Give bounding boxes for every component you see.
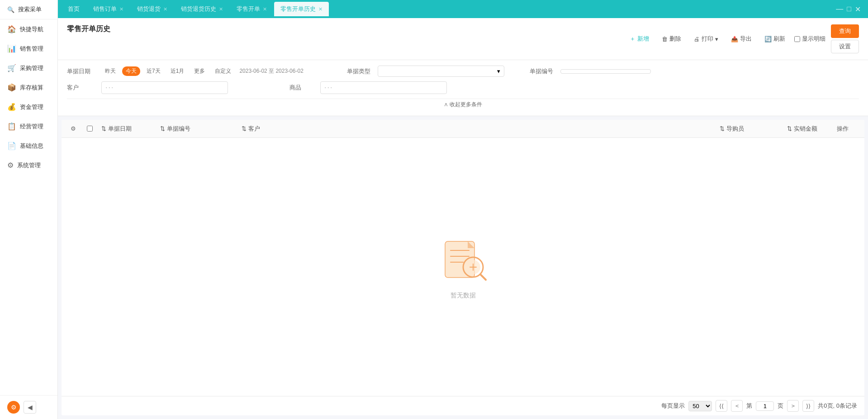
tab-home[interactable]: 首页 <box>62 2 86 16</box>
settings-btn[interactable]: 设置 <box>831 40 859 53</box>
delete-button[interactable]: 🗑 删除 <box>658 33 685 45</box>
export-button[interactable]: 📤 导出 <box>727 33 755 45</box>
money-icon: 💰 <box>7 103 16 111</box>
print-button[interactable]: 🖨 打印 ▾ <box>690 33 722 45</box>
th-num-sort-icon: ⇅ <box>160 125 165 132</box>
close-button[interactable]: ✕ <box>855 5 861 14</box>
th-number[interactable]: ⇅ 单据编号 <box>157 125 238 133</box>
tab-retail-history-label: 零售开单历史 <box>280 5 316 13</box>
add-icon: ＋ <box>630 35 636 43</box>
gear-bottom-icon: ⚙ <box>11 404 17 411</box>
add-label: 新增 <box>637 35 649 43</box>
sidebar-item-finance[interactable]: 💰 资金管理 <box>0 97 57 117</box>
sidebar-item-basic-info[interactable]: 📄 基础信息 <box>0 136 57 155</box>
tab-return-history[interactable]: 销货退货历史 ✕ <box>175 2 229 16</box>
filter-row-2: 客户 ··· 商品 ··· <box>67 81 859 94</box>
print-dropdown-icon: ▾ <box>715 36 718 42</box>
product-filter-label: 商品 <box>289 84 317 92</box>
date-shortcuts: 昨天 今天 近7天 近1月 更多 自定义 2023-06-02 至 2023-0… <box>101 66 304 76</box>
sidebar-item-label: 资金管理 <box>20 103 43 111</box>
sidebar-search[interactable]: 🔍 搜索采单 <box>0 0 57 19</box>
th-guide[interactable]: ⇅ 导购员 <box>716 125 770 133</box>
sidebar-item-purchase-mgmt[interactable]: 🛒 采购管理 <box>0 58 57 78</box>
print-label: 打印 <box>702 35 713 43</box>
sidebar-item-inventory[interactable]: 📦 库存核算 <box>0 78 57 97</box>
last-page-button[interactable]: ⟩⟩ <box>802 400 814 412</box>
date-today[interactable]: 今天 <box>122 66 140 76</box>
select-all-input[interactable] <box>87 126 93 132</box>
content-area: 零售开单历史 ＋ 新增 🗑 删除 🖨 打印 ▾ 📤 导出 <box>58 18 868 419</box>
display-detail-label: 显示明细 <box>802 35 825 43</box>
collapse-more-button[interactable]: ∧ 收起更多条件 <box>67 99 859 110</box>
sidebar: 🔍 搜索采单 🏠 快捷导航 📊 销售管理 🛒 采购管理 📦 库存核算 💰 资金管… <box>0 0 58 419</box>
query-button[interactable]: 查询 <box>831 24 859 38</box>
collapse-icon: ◀ <box>28 404 33 411</box>
next-page-button[interactable]: ＞ <box>787 400 799 412</box>
export-icon: 📤 <box>731 36 738 42</box>
svg-line-7 <box>480 274 486 280</box>
tab-return-history-close[interactable]: ✕ <box>219 6 223 12</box>
refresh-button[interactable]: 🔄 刷新 <box>761 33 789 45</box>
sidebar-item-label: 库存核算 <box>20 84 43 92</box>
sidebar-item-label: 基础信息 <box>20 142 43 150</box>
date-yesterday[interactable]: 昨天 <box>101 66 119 76</box>
first-page-button[interactable]: ⟨⟨ <box>716 400 727 412</box>
maximize-button[interactable]: □ <box>847 5 851 13</box>
tab-retail-open[interactable]: 零售开单 ✕ <box>230 2 273 16</box>
sidebar-collapse-button[interactable]: ◀ <box>24 401 36 414</box>
empty-state: 暂无数据 <box>62 138 864 396</box>
th-action-label: 操作 <box>837 125 849 133</box>
chart-icon: 📊 <box>7 44 16 53</box>
doc-type-label: 单据类型 <box>347 67 374 75</box>
refresh-label: 刷新 <box>773 35 785 43</box>
column-settings-icon[interactable]: ⚙ <box>65 125 81 132</box>
add-button[interactable]: ＋ 新增 <box>626 33 653 45</box>
th-date[interactable]: ⇅ 单据日期 <box>98 125 157 133</box>
minimize-button[interactable]: — <box>836 5 843 13</box>
date-custom[interactable]: 自定义 <box>211 66 235 76</box>
sidebar-item-sales-mgmt[interactable]: 📊 销售管理 <box>0 39 57 58</box>
doc-num-input[interactable] <box>560 69 651 74</box>
tab-sales-order-close[interactable]: ✕ <box>119 6 123 12</box>
tab-sales-return-label: 销货退货 <box>137 5 161 13</box>
sidebar-bottom: ⚙ ◀ <box>0 395 57 419</box>
doc-type-select[interactable]: ▾ <box>378 66 504 77</box>
product-input[interactable]: ··· <box>320 81 447 94</box>
settings-button[interactable]: ⚙ <box>7 401 20 414</box>
clipboard-icon: 📋 <box>7 122 16 131</box>
home-icon: 🏠 <box>7 25 16 33</box>
customer-input[interactable]: ··· <box>101 81 228 94</box>
sidebar-item-ops-mgmt[interactable]: 📋 经营管理 <box>0 117 57 136</box>
th-guide-label: 导购员 <box>726 125 744 133</box>
window-controls: — □ ✕ <box>836 5 864 14</box>
main-area: 首页 销售订单 ✕ 销货退货 ✕ 销货退货历史 ✕ 零售开单 ✕ 零售开单历史 … <box>58 0 868 419</box>
date-more[interactable]: 更多 <box>190 66 209 76</box>
empty-text: 暂无数据 <box>451 292 476 300</box>
tab-retail-open-close[interactable]: ✕ <box>263 6 267 12</box>
display-detail-checkbox[interactable]: 显示明细 <box>794 35 825 43</box>
sidebar-item-sys-mgmt[interactable]: ⚙ 系统管理 <box>0 155 57 175</box>
th-amount[interactable]: ⇅ 实销金额 <box>770 125 825 133</box>
empty-illustration <box>436 235 490 284</box>
th-customer[interactable]: ⇅ 客户 <box>238 125 716 133</box>
date-last7[interactable]: 近7天 <box>143 66 164 76</box>
tab-sales-order[interactable]: 销售订单 ✕ <box>87 2 130 16</box>
page-number-input[interactable] <box>756 401 774 411</box>
tab-sales-return[interactable]: 销货退货 ✕ <box>131 2 174 16</box>
per-page-select[interactable]: 50 10 20 100 <box>688 401 712 411</box>
pagination: 每页显示 50 10 20 100 ⟨⟨ ＜ 第 页 ＞ ⟩⟩ 共0页, 0条记… <box>62 396 864 415</box>
product-dots: ··· <box>324 84 333 92</box>
tab-sales-return-close[interactable]: ✕ <box>163 6 167 12</box>
tab-retail-history[interactable]: 零售开单历史 ✕ <box>274 2 329 16</box>
empty-svg <box>436 235 490 284</box>
prev-page-button[interactable]: ＜ <box>731 400 743 412</box>
th-guide-sort-icon: ⇅ <box>720 125 725 132</box>
tab-retail-history-close[interactable]: ✕ <box>318 6 323 12</box>
doc-type-dropdown-icon: ▾ <box>497 68 500 75</box>
display-detail-input[interactable] <box>794 36 800 42</box>
date-last-month[interactable]: 近1月 <box>167 66 188 76</box>
sidebar-item-quick-nav[interactable]: 🏠 快捷导航 <box>0 19 57 39</box>
select-all-checkbox[interactable] <box>81 126 98 132</box>
th-action: 操作 <box>825 125 861 133</box>
page-word: 第 <box>746 402 752 410</box>
